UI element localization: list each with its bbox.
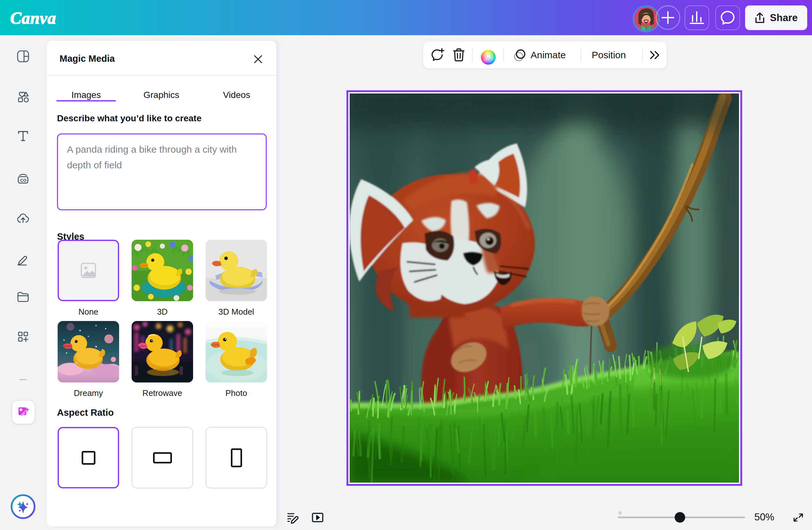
svg-text:CO: CO [20, 178, 27, 183]
svg-text:Canva: Canva [10, 9, 56, 27]
